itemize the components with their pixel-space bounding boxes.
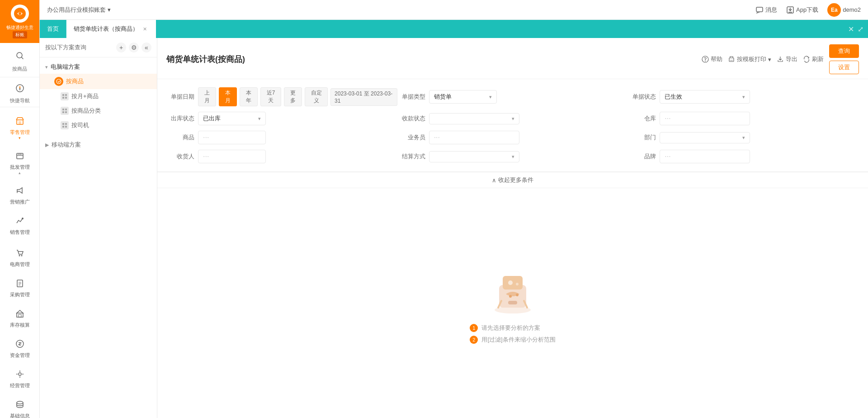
- sidebar-item-ecommerce[interactable]: 电商管理: [0, 241, 39, 271]
- doctype-select[interactable]: 销货单 ▾: [429, 90, 497, 104]
- filter-col-brand: 品牌 ···: [628, 147, 859, 166]
- outstatus-label: 出库状态: [166, 114, 198, 123]
- sidebar-item-wholesale[interactable]: 批发管理 ▴: [0, 144, 39, 179]
- warehouse-input[interactable]: ···: [660, 112, 750, 125]
- warehouse-dots[interactable]: ···: [665, 114, 670, 123]
- inventory-label: 库存核算: [10, 322, 30, 328]
- mobile-group-label: 移动端方案: [52, 141, 81, 149]
- settings-plan-button[interactable]: ⚙: [129, 43, 139, 52]
- last7-btn[interactable]: 近7天: [260, 87, 281, 106]
- product-label: 商品: [166, 133, 198, 142]
- consignee-label: 收货人: [166, 152, 198, 161]
- empty-hints: 1 请先选择要分析的方案 2 用[过滤]条件来缩小分析范围: [470, 324, 555, 344]
- sidebar-item-basic[interactable]: 基础信息: [0, 393, 39, 418]
- more-date-btn[interactable]: 更多: [284, 87, 302, 106]
- print-button[interactable]: 按模板打印 ▾: [728, 55, 771, 63]
- warehouse-icon: [15, 309, 24, 318]
- settlement-select[interactable]: ▾: [429, 151, 519, 162]
- sidebar-item-marketing[interactable]: 营销推广: [0, 179, 39, 209]
- date-range-display[interactable]: 2023-03-01 至 2023-03-31: [330, 88, 397, 106]
- industry-chevron: ▾: [108, 6, 111, 13]
- message-action[interactable]: 消息: [755, 6, 777, 14]
- tab-home[interactable]: 首页: [40, 20, 66, 38]
- quick-nav-icon[interactable]: [12, 80, 28, 96]
- refresh-button[interactable]: 刷新: [803, 55, 824, 63]
- collapse-arrow: ∧: [492, 177, 496, 184]
- outstatus-select[interactable]: 已出库 ▾: [198, 112, 266, 125]
- filter-col-salesperson: 业务员 ···: [397, 128, 628, 147]
- desktop-plan-group[interactable]: ▾ 电脑端方案: [40, 60, 157, 74]
- sidebar-item-retail[interactable]: 零售管理 ▾: [0, 109, 39, 144]
- user-profile[interactable]: Ea demo2: [827, 3, 861, 17]
- export-button[interactable]: 导出: [777, 55, 797, 63]
- filter-col-dept: 部门 ▾: [628, 128, 859, 147]
- tab-close-all-icon[interactable]: ✕: [848, 25, 854, 33]
- add-plan-button[interactable]: +: [116, 43, 126, 52]
- sidebar-search-section: 按商品: [0, 43, 39, 77]
- salesperson-input[interactable]: ···: [429, 131, 519, 144]
- marketing-icon: [12, 182, 28, 199]
- sidebar-item-finance[interactable]: 资金管理: [0, 332, 39, 362]
- app-download-action[interactable]: App下载: [786, 6, 818, 14]
- tab-sales-stat[interactable]: 销货单统计表（按商品） ✕: [66, 20, 156, 38]
- dept-select[interactable]: ▾: [660, 132, 750, 143]
- logo-text: 畅捷通好生意: [6, 24, 33, 30]
- filter-area: 单据日期 上月 本月 本年 近7天 更多 自定义 2023-03-01 至 20…: [157, 79, 868, 172]
- consignee-input[interactable]: ···: [198, 150, 266, 163]
- mobile-group-arrow: ▶: [45, 142, 49, 148]
- product-icon-svg: [56, 79, 61, 84]
- docstatus-select[interactable]: 已生效 ▾: [660, 90, 750, 104]
- sidebar-item-operations[interactable]: 经营管理: [0, 362, 39, 393]
- query-button[interactable]: 查询: [829, 44, 859, 58]
- brand-input[interactable]: ···: [660, 150, 750, 163]
- svg-rect-43: [62, 123, 64, 125]
- help-button[interactable]: 帮助: [702, 55, 722, 63]
- consignee-dots[interactable]: ···: [203, 152, 209, 161]
- tab-maximize-icon[interactable]: ⤢: [858, 25, 863, 33]
- main-wrap: 办公用品行业模拟账套 ▾ 消息 App下载: [40, 0, 868, 418]
- this-year-btn[interactable]: 本年: [240, 87, 258, 106]
- last-month-btn[interactable]: 上月: [198, 87, 216, 106]
- svg-rect-44: [65, 123, 67, 125]
- plan-item-by-printer[interactable]: 按司机: [40, 118, 157, 133]
- svg-point-54: [508, 280, 513, 285]
- sidebar-item-procurement[interactable]: 采购管理: [0, 271, 39, 302]
- grid-icon-3: [62, 123, 67, 128]
- industry-select[interactable]: 办公用品行业模拟账套 ▾: [47, 6, 111, 14]
- right-main: 销货单统计表(按商品) 帮助: [157, 38, 868, 418]
- mobile-plan-group[interactable]: ▶ 移动端方案: [40, 138, 157, 152]
- product-input[interactable]: ···: [198, 131, 266, 144]
- svg-point-9: [19, 255, 20, 256]
- receiptstatus-select[interactable]: ▾: [429, 113, 519, 124]
- outstatus-control: 已出库 ▾: [198, 112, 397, 125]
- plan-item-by-month-product[interactable]: 按月+商品: [40, 89, 157, 104]
- this-month-btn[interactable]: 本月: [219, 87, 237, 106]
- filter-col-doctype: 单据类型 销货单 ▾: [397, 85, 628, 109]
- product-dots[interactable]: ···: [203, 133, 209, 142]
- brand-dots[interactable]: ···: [665, 152, 670, 161]
- filter-row-1: 单据日期 上月 本月 本年 近7天 更多 自定义 2023-03-01 至 20…: [166, 85, 859, 109]
- user-name: demo2: [843, 6, 861, 13]
- sidebar-item-sales[interactable]: 销售管理: [0, 209, 39, 239]
- page-title-bar: 销货单统计表(按商品) 帮助: [157, 38, 868, 79]
- sidebar-item-inventory[interactable]: 库存核算: [0, 302, 39, 332]
- megaphone-icon: [15, 186, 24, 195]
- tab-close-button[interactable]: ✕: [141, 25, 148, 33]
- left-panel: 按以下方案查询 + ⚙ « ▾ 电脑端方案: [40, 38, 157, 418]
- docstatus-control: 已生效 ▾: [660, 90, 859, 104]
- plan-item-by-product[interactable]: 按商品: [40, 74, 157, 89]
- search-icon-wrap[interactable]: [12, 48, 28, 64]
- inventory-icon: [12, 305, 28, 322]
- help-label: 帮助: [711, 55, 722, 63]
- quick-nav-label: 快捷导航: [10, 97, 30, 104]
- settings-button[interactable]: 设置: [829, 61, 859, 74]
- receiptstatus-control: ▾: [429, 113, 628, 124]
- salesperson-dots[interactable]: ···: [434, 133, 440, 142]
- left-panel-header: 按以下方案查询 + ⚙ «: [40, 38, 157, 57]
- svg-rect-38: [65, 97, 67, 99]
- collapse-bar[interactable]: ∧ 收起更多条件: [157, 172, 868, 188]
- collapse-panel-button[interactable]: «: [142, 43, 151, 52]
- custom-date-btn[interactable]: 自定义: [305, 87, 328, 106]
- filter-col-product: 商品 ···: [166, 128, 397, 147]
- plan-item-by-category[interactable]: 按商品分类: [40, 104, 157, 118]
